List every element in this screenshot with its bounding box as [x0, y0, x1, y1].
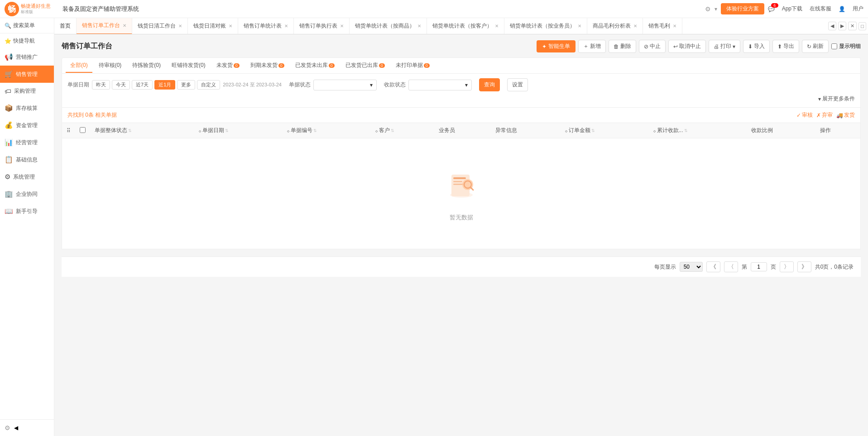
- sub-tab-not-shipped[interactable]: 未发货0: [212, 59, 244, 73]
- sidebar-item-guide[interactable]: 📖新手引导: [0, 203, 54, 220]
- scrollbar-area[interactable]: [62, 249, 861, 255]
- sidebar-item-inventory[interactable]: 📦库存核算: [0, 100, 54, 117]
- cancel-audit-action-btn[interactable]: ✗ 弃审: [816, 111, 833, 119]
- tab-sales-stats-customer[interactable]: 销货单统计表（按客户）✕: [427, 18, 504, 34]
- sidebar-search[interactable]: 🔍 搜索菜单: [0, 18, 54, 33]
- last-page-btn[interactable]: 》: [797, 261, 811, 272]
- sort-icon-number[interactable]: ⇅: [313, 128, 317, 133]
- tab-sales-order-exec[interactable]: 销售订单执行表✕: [294, 18, 350, 34]
- sidebar-item-system[interactable]: ⚙系统管理: [0, 168, 54, 185]
- sidebar-item-base[interactable]: 📋基础信息: [0, 151, 54, 168]
- sidebar-item-purchase[interactable]: 🏷采购管理: [0, 83, 54, 100]
- date-option-yesterday[interactable]: 昨天: [92, 80, 110, 90]
- sort-icon-collected[interactable]: ⇅: [684, 128, 688, 133]
- audit-action-btn[interactable]: ✓ 审核: [796, 111, 813, 119]
- sub-tab-label-not-printed: 未打印单据: [396, 62, 423, 68]
- prev-page-btn[interactable]: 〈: [724, 261, 738, 272]
- tab-sales-order-stats[interactable]: 销售订单统计表✕: [238, 18, 294, 34]
- sub-tab-not-printed[interactable]: 未打印单据0: [391, 59, 434, 73]
- delete-btn[interactable]: 🗑 删除: [609, 40, 636, 53]
- cancel-stop-btn[interactable]: ↩ 取消中止: [668, 40, 706, 53]
- sort-icon-customer[interactable]: ⇅: [391, 128, 394, 133]
- show-detail-toggle[interactable]: 显示明细: [831, 43, 861, 50]
- settings-icon[interactable]: ⚙: [705, 5, 711, 13]
- sidebar-quick-nav[interactable]: ⭐ 快捷导航: [0, 33, 54, 48]
- status-select[interactable]: ▾: [313, 80, 377, 90]
- ship-action-btn[interactable]: 🚚 发货: [836, 111, 855, 119]
- page-size-select[interactable]: 50 10 20 100: [680, 262, 703, 272]
- sort-icon-status[interactable]: ⇅: [128, 128, 132, 133]
- import-btn[interactable]: ⬇ 导入: [743, 40, 770, 53]
- tab-home[interactable]: 首页: [54, 18, 77, 34]
- date-option-today[interactable]: 今天: [112, 80, 130, 90]
- first-page-btn[interactable]: 《: [706, 261, 720, 272]
- sort-icon-date[interactable]: ⇅: [225, 128, 229, 133]
- date-option-7days[interactable]: 近7天: [132, 80, 153, 90]
- sidebar-settings-icon[interactable]: ⚙: [5, 424, 10, 431]
- logo-name: 畅捷通好生意: [21, 3, 51, 9]
- tab-sales-order-workspace[interactable]: 销售订单工作台✕: [77, 18, 132, 34]
- print-btn[interactable]: 🖨 打印 ▾: [709, 40, 740, 53]
- tab-close-product-margin[interactable]: ✕: [633, 24, 637, 28]
- sub-tab-badge-shipped-stored: 0: [379, 63, 385, 68]
- tab-close-cash-daily-work[interactable]: ✕: [178, 24, 182, 28]
- tabs-close-current[interactable]: ✕: [848, 22, 857, 30]
- payment-select[interactable]: ▾: [408, 80, 472, 90]
- add-btn[interactable]: ＋ 新增: [578, 40, 606, 53]
- empty-state: 暂无数据: [62, 138, 860, 249]
- tab-close-sales-order-stats[interactable]: ✕: [284, 24, 288, 28]
- query-btn[interactable]: 查询: [479, 78, 500, 91]
- ai-btn[interactable]: ✦ 智能生单: [537, 40, 575, 52]
- settings-btn[interactable]: 设置: [507, 78, 528, 91]
- select-all-checkbox[interactable]: [80, 127, 86, 133]
- print-dropdown-icon[interactable]: ▾: [733, 43, 735, 50]
- stop-btn[interactable]: ⊘ 中止: [639, 40, 666, 53]
- app-download-link[interactable]: App下载: [782, 5, 802, 13]
- tab-product-margin[interactable]: 商品毛利分析表✕: [587, 18, 643, 34]
- sidebar-item-sales[interactable]: 🛒销售管理: [0, 66, 54, 83]
- sidebar-item-marketing[interactable]: 📢营销推广: [0, 48, 54, 66]
- sidebar-collapse-icon[interactable]: ◀: [14, 425, 18, 431]
- sub-tab-pending-inspect[interactable]: 待拣验货(0): [128, 59, 165, 73]
- page-input[interactable]: [751, 262, 767, 271]
- tab-sales-stats-product[interactable]: 销货单统计表（按商品）✕: [350, 18, 427, 34]
- tabs-scroll-right[interactable]: ▶: [838, 22, 846, 30]
- date-option-custom[interactable]: 自定义: [197, 80, 220, 90]
- expand-filter-btn[interactable]: ▾ 展开更多条件: [818, 95, 855, 103]
- tab-cash-goods-reconcile[interactable]: 钱货日清对账✕: [188, 18, 238, 34]
- tab-close-sales-stats-customer[interactable]: ✕: [495, 24, 499, 28]
- message-area[interactable]: 💬 6: [768, 6, 775, 12]
- tab-close-sales-order-workspace[interactable]: ✕: [123, 23, 126, 28]
- tab-close-sales-order-exec[interactable]: ✕: [340, 24, 344, 28]
- tab-close-cash-goods-reconcile[interactable]: ✕: [229, 24, 232, 28]
- date-option-more[interactable]: 更多: [177, 80, 195, 90]
- export-btn[interactable]: ⬆ 导出: [772, 40, 799, 53]
- tab-cash-daily-work[interactable]: 钱货日清工作台✕: [132, 18, 188, 34]
- dropdown-icon[interactable]: ▾: [715, 6, 717, 12]
- refresh-btn[interactable]: ↻ 刷新: [802, 40, 829, 53]
- show-detail-checkbox[interactable]: [831, 43, 837, 49]
- sub-tab-pending-audit[interactable]: 待审核(0): [94, 59, 126, 73]
- tab-sales-profit[interactable]: 销售毛利✕: [643, 18, 682, 34]
- sub-tab-wangpu-pending[interactable]: 旺铺待发货(0): [167, 59, 210, 73]
- next-page-btn[interactable]: 〉: [780, 261, 794, 272]
- sub-tab-label-expired-not-shipped: 到期未发货: [250, 62, 278, 68]
- sub-tab-shipped-not-stored[interactable]: 已发货未出库0: [291, 59, 339, 73]
- filter-row: 单据日期 昨天今天近7天近1月更多自定义 2023-02-24 至 2023-0…: [67, 78, 855, 91]
- date-option-1month[interactable]: 近1月: [154, 80, 175, 90]
- sub-tab-expired-not-shipped[interactable]: 到期未发货0: [246, 59, 289, 73]
- sub-tab-all[interactable]: 全部(0): [66, 59, 92, 73]
- sidebar-item-operations[interactable]: 📊经营管理: [0, 134, 54, 151]
- sub-tab-shipped-stored[interactable]: 已发货已出库0: [341, 59, 389, 73]
- tabs-scroll-left[interactable]: ◀: [828, 22, 836, 30]
- tab-sales-stats-staff[interactable]: 销货单统计表（按业务员）✕: [504, 18, 587, 34]
- sidebar-item-enterprise[interactable]: 🏢企业协同: [0, 185, 54, 203]
- online-service-link[interactable]: 在线客服: [810, 5, 831, 13]
- tab-close-sales-stats-product[interactable]: ✕: [417, 24, 421, 28]
- industry-btn[interactable]: 体验行业方案: [721, 3, 764, 14]
- sort-icon-amount[interactable]: ⇅: [591, 128, 595, 133]
- tabs-maximize[interactable]: □: [858, 22, 866, 30]
- sidebar-item-finance[interactable]: 💰资金管理: [0, 117, 54, 134]
- tab-close-sales-profit[interactable]: ✕: [673, 24, 676, 28]
- tab-close-sales-stats-staff[interactable]: ✕: [578, 24, 581, 28]
